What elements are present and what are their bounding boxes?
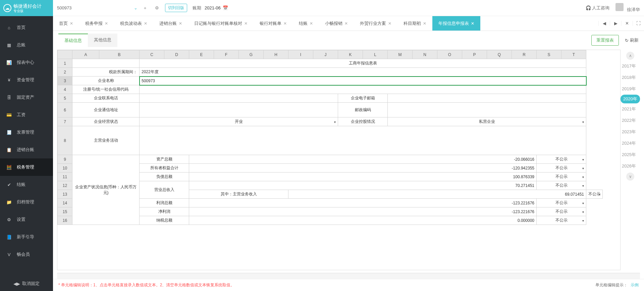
tab-close-all[interactable]: ✕ <box>621 21 633 26</box>
nav-chart[interactable]: 📊报表中心 <box>0 54 53 71</box>
col-S[interactable]: S <box>537 50 561 59</box>
col-G[interactable]: G <box>239 50 264 59</box>
footer-example-link[interactable]: 示例 <box>631 283 639 287</box>
nav-close[interactable]: ✔结账 <box>0 176 53 193</box>
add-button[interactable]: ＋ <box>140 3 150 13</box>
col-R[interactable]: R <box>512 50 537 59</box>
col-O[interactable]: O <box>437 50 462 59</box>
fin-val-10[interactable]: -120.942355 <box>189 164 537 173</box>
tab-scroll-right[interactable]: ▶ <box>610 21 621 26</box>
fullscreen-icon[interactable]: ⛶ <box>633 21 644 26</box>
tab-scroll-left[interactable]: ◀ <box>598 21 610 26</box>
row-6[interactable]: 6 <box>58 103 72 117</box>
tab-close-icon[interactable]: ✕ <box>179 21 182 26</box>
fin-val-14[interactable]: -123.221676 <box>189 199 537 207</box>
col-M[interactable]: M <box>388 50 413 59</box>
tab-6[interactable]: 结账✕ <box>293 16 319 31</box>
tab-close-icon[interactable]: ✕ <box>105 21 108 26</box>
row-15[interactable]: 15 <box>58 207 72 216</box>
col-D[interactable]: D <box>164 50 189 59</box>
row-14[interactable]: 14 <box>58 199 72 207</box>
row-3[interactable]: 3 <box>58 77 72 85</box>
col-E[interactable]: E <box>189 50 214 59</box>
tab-7[interactable]: 小畅报销✕ <box>319 16 354 31</box>
company-selector[interactable]: 500973 ⌄ <box>57 5 138 10</box>
col-C[interactable]: C <box>140 50 164 59</box>
year-2024年[interactable]: 2024年 <box>621 138 640 149</box>
user-menu[interactable]: 徐泽华 <box>615 3 640 13</box>
tab-close-icon[interactable]: ✕ <box>471 21 474 26</box>
year-2023年[interactable]: 2023年 <box>621 126 640 138</box>
year-2017年[interactable]: 2017年 <box>621 60 640 72</box>
select-all-cell[interactable] <box>58 50 72 59</box>
tab-close-icon[interactable]: ✕ <box>344 21 348 26</box>
publish-select-10[interactable]: 不公示 <box>537 164 586 173</box>
tab-close-icon[interactable]: ✕ <box>423 21 426 26</box>
nav-tax[interactable]: 🧮税务管理 <box>0 158 53 176</box>
col-K[interactable]: K <box>338 50 363 59</box>
nav-vip[interactable]: V畅会员 <box>0 246 53 263</box>
company-value-cell[interactable]: 500973 <box>140 77 586 85</box>
tab-1[interactable]: 税务申报✕ <box>79 16 114 31</box>
nav-archive[interactable]: 📁归档管理 <box>0 193 53 211</box>
nav-salary[interactable]: 💳工资 <box>0 106 53 124</box>
subtab-other[interactable]: 其他信息 <box>88 34 117 47</box>
tab-3[interactable]: 进销台账✕ <box>153 16 188 31</box>
year-2026年[interactable]: 2026年 <box>621 160 640 172</box>
fin-val-9[interactable]: -20.066016 <box>189 155 537 164</box>
year-2025年[interactable]: 2025年 <box>621 149 640 160</box>
publish-select-16[interactable]: 不公示 <box>537 216 586 225</box>
publish-select-9[interactable]: 不公示 <box>537 155 586 164</box>
publish-select-13[interactable]: 不公示 <box>586 190 603 199</box>
calendar-icon[interactable]: 📅 <box>223 5 228 10</box>
year-2021年[interactable]: 2021年 <box>621 103 640 115</box>
tab-close-icon[interactable]: ✕ <box>310 21 313 26</box>
row-16[interactable]: 16 <box>58 216 72 225</box>
nav-invoice[interactable]: 🧾发票管理 <box>0 124 53 141</box>
fin-val-15[interactable]: -123.221676 <box>189 207 537 216</box>
row-13[interactable]: 13 <box>58 190 72 199</box>
subtab-basic[interactable]: 基础信息 <box>58 34 88 47</box>
old-version-button[interactable]: 切到旧版 <box>165 4 187 12</box>
nav-ledger[interactable]: ▦总账 <box>0 36 53 54</box>
row-9[interactable]: 9 <box>58 155 72 164</box>
tab-close-icon[interactable]: ✕ <box>144 21 147 26</box>
nav-asset[interactable]: 🗄固定资产 <box>0 89 53 106</box>
reset-button[interactable]: 重置报表 <box>591 35 619 46</box>
tab-8[interactable]: 外贸行业方案✕ <box>354 16 397 31</box>
horizontal-scrollbar[interactable] <box>57 273 640 279</box>
consult-link[interactable]: 🎧 人工咨询 <box>586 5 610 11</box>
year-2020年[interactable]: 2020年 <box>621 95 640 103</box>
col-H[interactable]: H <box>264 50 288 59</box>
row-5[interactable]: 5 <box>58 94 72 103</box>
col-J[interactable]: J <box>313 50 338 59</box>
publish-select-15[interactable]: 不公示 <box>537 207 586 216</box>
fin-val-12[interactable]: 70.271451 <box>189 181 537 190</box>
col-I[interactable]: I <box>288 50 313 59</box>
nav-guide[interactable]: 📘新手引导 <box>0 228 53 246</box>
holding-select[interactable]: 私营企业 <box>388 117 586 126</box>
tab-10[interactable]: 年报信息申报表✕ <box>432 16 480 31</box>
settings-icon[interactable]: ⚙ <box>152 3 162 13</box>
fin-val-13[interactable]: 69.071451 <box>288 190 586 199</box>
nav-home[interactable]: ⌂首页 <box>0 19 53 36</box>
row-7[interactable]: 7 <box>58 117 72 126</box>
period-value-cell[interactable]: 2022年度 <box>140 68 586 77</box>
regno-value[interactable] <box>140 85 586 94</box>
period-value[interactable]: 2021-06 <box>205 5 221 10</box>
row-10[interactable]: 10 <box>58 164 72 173</box>
year-2019年[interactable]: 2019年 <box>621 83 640 95</box>
col-T[interactable]: T <box>561 50 586 59</box>
fin-val-16[interactable]: 0.000000 <box>189 216 537 225</box>
year-down[interactable]: ∨ <box>626 173 634 181</box>
row-4[interactable]: 4 <box>58 85 72 94</box>
col-F[interactable]: F <box>214 50 239 59</box>
row-1[interactable]: 1 <box>58 59 72 68</box>
col-P[interactable]: P <box>462 50 487 59</box>
publish-select-14[interactable]: 不公示 <box>537 199 586 207</box>
tab-9[interactable]: 科目期初✕ <box>397 16 432 31</box>
year-up[interactable]: ∧ <box>626 52 634 60</box>
year-2022年[interactable]: 2022年 <box>621 115 640 126</box>
tab-5[interactable]: 银行对账单✕ <box>254 16 293 31</box>
row-8[interactable]: 8 <box>58 126 72 155</box>
